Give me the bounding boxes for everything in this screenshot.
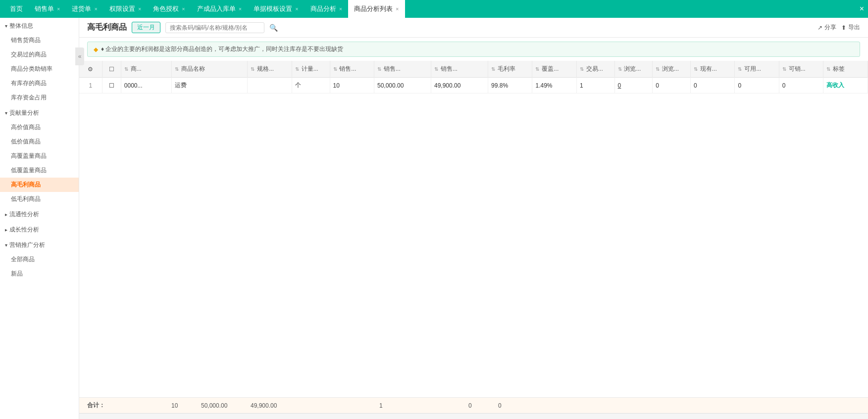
share-button[interactable]: ↗ 分享 [817,23,836,32]
info-icon: ◆ [94,46,98,53]
sort-icon-12[interactable]: ⇅ [618,66,623,72]
sort-icon-2[interactable]: ⇅ [124,66,130,72]
table-col-1[interactable]: ☐ [102,61,121,78]
nav-close-8[interactable]: × [396,6,399,12]
bottom-scrollbar[interactable] [79,413,868,419]
nav-close-6[interactable]: × [295,6,298,12]
sidebar-item-1-2[interactable]: 高覆盖量商品 [0,149,79,163]
sidebar-group-0[interactable]: ▾整体信息 [0,18,79,33]
table-body: 1☐0000...运费个1050,000.0049,900.0099.8%1.4… [79,78,868,93]
sidebar-item-1-1[interactable]: 低价值商品 [0,135,79,149]
nav-item-1[interactable]: 销售单× [29,0,66,18]
sidebar-item-0-4[interactable]: 库存资金占用 [0,91,79,105]
col-label-7: 销售... [384,65,401,72]
footer-sales-qty: 10 [168,402,198,409]
content-area: 高毛利商品 近一月 🔍 ↗ 分享 ⬆ 导出 ◆ ♦ 企业的主要的利润都是这部分商… [79,18,868,419]
sort-icon-8[interactable]: ⇅ [434,66,440,72]
nav-close-5[interactable]: × [239,6,242,12]
col-label-8: 销售... [441,65,458,72]
footer-transaction: 1 [376,402,406,409]
table-col-7: ⇅ 销售... [374,61,431,78]
close-all-tabs[interactable]: × [860,4,864,13]
export-button[interactable]: ⬆ 导出 [841,23,860,32]
footer-sales-amount: 50,000.00 [198,402,248,409]
sort-icon-9[interactable]: ⇅ [491,66,497,72]
table-col-5: ⇅ 计量... [292,61,330,78]
sort-icon-3[interactable]: ⇅ [175,66,180,72]
nav-close-2[interactable]: × [94,6,97,12]
sort-icon-7[interactable]: ⇅ [377,66,383,72]
nav-item-2[interactable]: 进货单× [66,0,103,18]
sidebar-item-0-2[interactable]: 商品分类助销率 [0,62,79,76]
nav-close-7[interactable]: × [339,6,342,12]
sort-icon-13[interactable]: ⇅ [656,66,661,72]
data-table: ⚙☐⇅ 商...⇅ 商品名称⇅ 规格...⇅ 计量...⇅ 销售...⇅ 销售.… [79,61,868,93]
sort-icon-4[interactable]: ⇅ [251,66,256,72]
sidebar-group-4[interactable]: ▾营销推广分析 [0,237,79,252]
cell-0-12: 0 [614,78,653,93]
sort-icon-6[interactable]: ⇅ [333,66,339,72]
sidebar-item-1-5[interactable]: 低毛利商品 [0,192,79,206]
nav-item-8[interactable]: 商品分析列表× [348,0,405,18]
sidebar-group-arrow-0: ▾ [5,23,7,29]
col-label-13: 浏览... [662,65,679,72]
sort-icon-17[interactable]: ⇅ [826,66,832,72]
sidebar-item-0-0[interactable]: 销售货商品 [0,33,79,47]
footer-sales-cost: 49,900.00 [248,402,297,409]
table-col-10: ⇅ 覆盖... [532,61,576,78]
nav-close-1[interactable]: × [57,6,60,12]
nav-close-4[interactable]: × [182,6,185,12]
cell-0-1[interactable]: ☐ [102,78,121,93]
sidebar-group-3[interactable]: ▸成长性分析 [0,222,79,237]
col-label-17: 标签 [833,65,845,72]
table-col-4: ⇅ 规格... [248,61,292,78]
nav-close-3[interactable]: × [138,6,141,12]
col-label-1: ☐ [109,66,114,73]
col-label-10: 覆盖... [542,65,559,72]
browse-link[interactable]: 0 [618,82,621,89]
sidebar-item-1-4[interactable]: 高毛利商品 [0,178,79,192]
table-col-9: ⇅ 毛利率 [488,61,532,78]
sort-icon-15[interactable]: ⇅ [738,66,743,72]
nav-item-6[interactable]: 单据模板设置× [248,0,304,18]
search-button[interactable]: 🔍 [269,24,278,32]
sidebar-group-1[interactable]: ▾贡献量分析 [0,105,79,120]
sidebar-group-title-text-0: 整体信息 [9,22,33,30]
nav-item-5[interactable]: 产成品入库单× [191,0,248,18]
sort-icon-14[interactable]: ⇅ [694,66,699,72]
collapse-icon: « [78,53,82,60]
nav-item-4[interactable]: 角色授权× [147,0,191,18]
filter-month-button[interactable]: 近一月 [132,22,160,33]
cell-0-9: 99.8% [488,78,532,93]
sidebar-group-arrow-4: ▾ [5,242,7,248]
sidebar-item-4-1[interactable]: 新品 [0,267,79,281]
sidebar-collapse-button[interactable]: « [75,47,84,65]
col-label-9: 毛利率 [498,65,515,72]
sidebar: ▾整体信息销售货商品交易过的商品商品分类助销率有库存的商品库存资金占用▾贡献量分… [0,18,79,419]
nav-item-0[interactable]: 首页 [4,0,29,18]
sort-icon-16[interactable]: ⇅ [782,66,788,72]
header-actions: ↗ 分享 ⬆ 导出 [817,23,860,32]
nav-item-7[interactable]: 商品分析× [305,0,348,18]
nav-item-3[interactable]: 权限设置× [103,0,147,18]
col-label-6: 销售... [339,65,356,72]
cell-0-14: 0 [690,78,734,93]
sidebar-group-title-text-1: 贡献量分析 [9,109,39,117]
cell-0-16: 0 [779,78,823,93]
cell-0-6: 10 [330,78,374,93]
sidebar-item-1-3[interactable]: 低覆盖量商品 [0,163,79,178]
sidebar-item-1-0[interactable]: 高价值商品 [0,120,79,135]
sort-icon-11[interactable]: ⇅ [580,66,585,72]
sort-icon-10[interactable]: ⇅ [535,66,541,72]
sidebar-group-title-text-2: 流通性分析 [9,210,39,219]
col-label-11: 交易... [586,65,603,72]
col-label-2: 商... [131,65,142,72]
table-col-11: ⇅ 交易... [576,61,614,78]
cell-0-2: 0000... [121,78,171,93]
sidebar-group-2[interactable]: ▸流通性分析 [0,206,79,222]
sidebar-item-0-1[interactable]: 交易过的商品 [0,47,79,62]
sort-icon-5[interactable]: ⇅ [295,66,301,72]
sidebar-item-4-0[interactable]: 全部商品 [0,252,79,267]
search-input[interactable] [165,22,264,33]
sidebar-item-0-3[interactable]: 有库存的商品 [0,76,79,91]
